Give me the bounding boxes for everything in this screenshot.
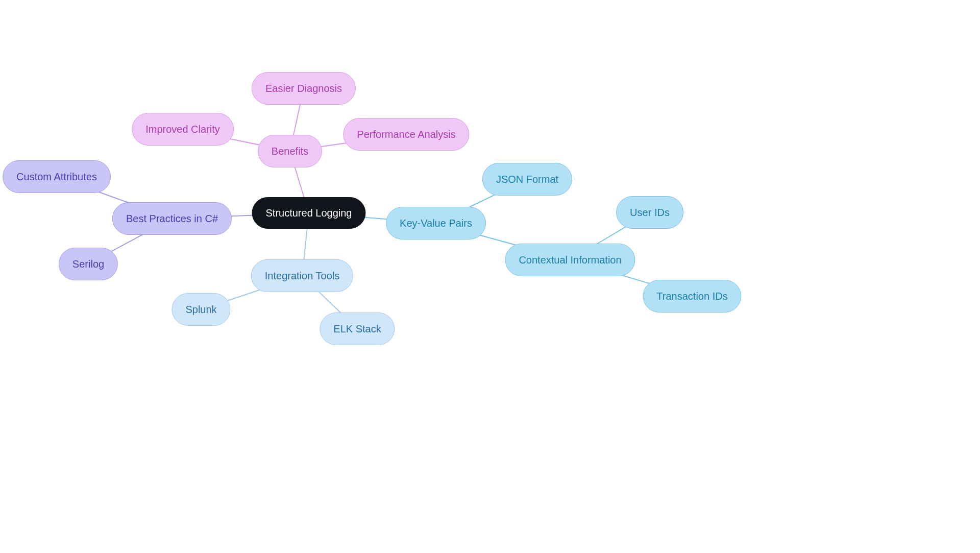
node-serilog[interactable]: Serilog xyxy=(59,248,118,280)
node-transaction-ids-label: Transaction IDs xyxy=(656,291,727,302)
node-benefits-label: Benefits xyxy=(272,146,308,157)
node-benefits[interactable]: Benefits xyxy=(258,135,322,167)
edge-layer xyxy=(0,0,980,553)
node-json-format[interactable]: JSON Format xyxy=(482,163,572,196)
node-custom-attributes-label: Custom Attributes xyxy=(16,171,97,183)
node-custom-attributes[interactable]: Custom Attributes xyxy=(3,160,111,193)
node-easier-diagnosis-label: Easier Diagnosis xyxy=(265,83,342,94)
node-contextual-information[interactable]: Contextual Information xyxy=(505,244,635,276)
node-contextual-information-label: Contextual Information xyxy=(519,254,621,266)
node-user-ids-label: User IDs xyxy=(630,207,670,219)
mindmap-canvas: Structured Logging Benefits Improved Cla… xyxy=(0,0,980,553)
node-elk-stack-label: ELK Stack xyxy=(333,323,381,335)
node-splunk-label: Splunk xyxy=(185,304,216,316)
node-root-label: Structured Logging xyxy=(265,207,352,219)
node-improved-clarity-label: Improved Clarity xyxy=(145,124,220,135)
node-elk-stack[interactable]: ELK Stack xyxy=(320,312,395,345)
node-performance-analysis-label: Performance Analysis xyxy=(357,129,455,140)
node-improved-clarity[interactable]: Improved Clarity xyxy=(132,113,234,146)
node-key-value-pairs-label: Key-Value Pairs xyxy=(400,218,472,229)
node-performance-analysis[interactable]: Performance Analysis xyxy=(343,118,469,151)
node-integration-tools-label: Integration Tools xyxy=(265,270,339,282)
node-key-value-pairs[interactable]: Key-Value Pairs xyxy=(386,207,486,239)
node-transaction-ids[interactable]: Transaction IDs xyxy=(643,280,741,312)
node-root[interactable]: Structured Logging xyxy=(252,197,365,229)
node-easier-diagnosis[interactable]: Easier Diagnosis xyxy=(252,72,356,105)
node-integration-tools[interactable]: Integration Tools xyxy=(251,259,353,292)
node-json-format-label: JSON Format xyxy=(496,174,558,185)
node-serilog-label: Serilog xyxy=(72,258,104,270)
node-user-ids[interactable]: User IDs xyxy=(616,196,683,229)
node-splunk[interactable]: Splunk xyxy=(172,293,230,326)
node-best-practices-label: Best Practices in C# xyxy=(126,213,218,225)
node-best-practices[interactable]: Best Practices in C# xyxy=(112,202,232,235)
